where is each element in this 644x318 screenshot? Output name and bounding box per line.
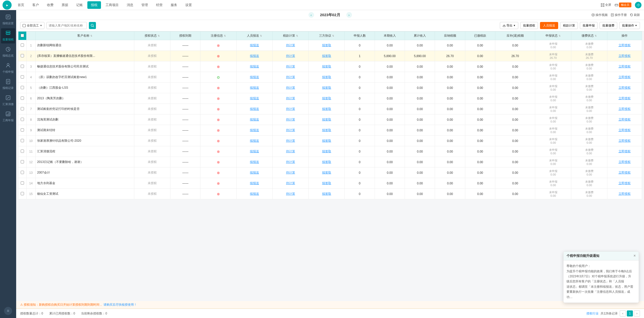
row-tax-calc-cell[interactable]: 待计算 bbox=[272, 125, 308, 136]
sidebar-item-personal-tax[interactable]: 个税申报 bbox=[1, 61, 15, 76]
tax-calc-btn[interactable]: 税款计算 bbox=[560, 22, 578, 29]
th-report-status[interactable]: 申报状态 ⇅ bbox=[535, 32, 571, 40]
th-name[interactable]: 客户名称 ⇅ bbox=[36, 32, 134, 40]
th-fee-status[interactable]: 缴费状态 ⇅ bbox=[571, 32, 607, 40]
row-tax-calc-cell[interactable]: 待计算 bbox=[272, 167, 308, 178]
select-all-checkbox[interactable] bbox=[21, 34, 24, 37]
row-triparty-cell[interactable]: 续签取 bbox=[308, 114, 345, 125]
row-action-cell[interactable]: 立即授权 bbox=[607, 72, 642, 83]
row-person-report-cell[interactable]: 续报送 bbox=[237, 178, 273, 189]
refresh-btn[interactable]: 刷新 bbox=[630, 13, 640, 17]
row-checkbox[interactable] bbox=[21, 86, 24, 89]
staff-filter-select[interactable]: 全部员工 ▼ bbox=[20, 22, 44, 29]
nav-business[interactable]: 工商项目 bbox=[102, 1, 122, 9]
search-button[interactable] bbox=[89, 22, 96, 29]
sidebar-item-tax-overview[interactable]: 报税总览 bbox=[1, 44, 15, 60]
row-triparty-cell[interactable]: 续签取 bbox=[308, 61, 345, 72]
row-checkbox-cell[interactable] bbox=[18, 40, 27, 51]
th-reg-info[interactable]: 注册信息 ⇅ bbox=[200, 32, 237, 40]
row-action-cell[interactable]: 立即授权 bbox=[607, 61, 642, 72]
row-tax-calc-cell[interactable]: 待计算 bbox=[272, 104, 308, 114]
nav-service[interactable]: 服务 bbox=[167, 1, 181, 9]
row-action-cell[interactable]: 立即授权 bbox=[607, 51, 642, 61]
th-tax-calc[interactable]: 税款计算 ⇅ bbox=[272, 32, 308, 40]
nav-accounting[interactable]: 记账 bbox=[73, 1, 86, 9]
notification-close-btn[interactable]: × bbox=[634, 254, 636, 258]
row-action-cell[interactable]: 立即授权 bbox=[607, 146, 642, 157]
row-person-report-cell[interactable]: 续报送 bbox=[237, 104, 273, 114]
row-action-cell[interactable]: 立即授权 bbox=[607, 157, 642, 167]
row-checkbox-cell[interactable] bbox=[18, 72, 27, 83]
row-checkbox[interactable] bbox=[21, 160, 24, 163]
row-tax-calc-cell[interactable]: 待计算 bbox=[272, 93, 308, 104]
row-checkbox-cell[interactable] bbox=[18, 157, 27, 167]
search-input[interactable] bbox=[46, 22, 87, 29]
row-triparty-cell[interactable]: 续签取 bbox=[308, 93, 345, 104]
prev-month-btn[interactable]: ‹ bbox=[308, 12, 314, 18]
row-person-report-cell[interactable]: 续报送 bbox=[237, 61, 273, 72]
th-person-report[interactable]: 人员报送 ⇅ bbox=[237, 32, 273, 40]
batch-pay-btn[interactable]: 批量缴费 bbox=[600, 22, 617, 29]
row-checkbox[interactable] bbox=[21, 192, 24, 195]
row-action-cell[interactable]: 立即授权 bbox=[607, 189, 642, 199]
row-checkbox[interactable] bbox=[21, 96, 24, 100]
page-1-btn[interactable]: 1 bbox=[627, 310, 633, 316]
row-person-report-cell[interactable]: 续报送 bbox=[237, 146, 273, 157]
row-action-cell[interactable]: 立即授权 bbox=[607, 167, 642, 178]
row-checkbox-cell[interactable] bbox=[18, 104, 27, 114]
row-person-report-cell[interactable]: 续报送 bbox=[237, 93, 273, 104]
row-triparty-cell[interactable]: 续签取 bbox=[308, 104, 345, 114]
row-person-report-cell[interactable]: 续报送 bbox=[237, 114, 273, 125]
row-checkbox[interactable] bbox=[21, 139, 24, 142]
row-checkbox-cell[interactable] bbox=[18, 83, 27, 93]
row-action-cell[interactable]: 立即授权 bbox=[607, 125, 642, 136]
row-checkbox[interactable] bbox=[21, 171, 24, 174]
row-person-report-cell[interactable]: 续报送 bbox=[237, 157, 273, 167]
row-action-cell[interactable]: 立即授权 bbox=[607, 136, 642, 146]
row-person-report-cell[interactable]: 续报送 bbox=[237, 167, 273, 178]
row-checkbox-cell[interactable] bbox=[18, 61, 27, 72]
sidebar-item-annual-settlement[interactable]: 汇算清缴 bbox=[1, 93, 15, 108]
prev-page-btn[interactable]: ‹ bbox=[620, 310, 626, 316]
row-checkbox[interactable] bbox=[21, 54, 24, 57]
operation-manual-btn[interactable]: 操作手册 bbox=[611, 13, 627, 17]
operation-video-btn[interactable]: 操作视频 bbox=[591, 13, 608, 17]
row-person-report-cell[interactable]: 续报送 bbox=[237, 83, 273, 93]
row-checkbox[interactable] bbox=[21, 150, 24, 153]
batch-auth-btn[interactable]: 批量授权 bbox=[520, 22, 538, 29]
row-action-cell[interactable]: 立即授权 bbox=[607, 83, 642, 93]
row-checkbox-cell[interactable] bbox=[18, 167, 27, 178]
sidebar-bottom-icon[interactable]: ≡ bbox=[4, 307, 12, 315]
row-triparty-cell[interactable]: 续签取 bbox=[308, 189, 345, 199]
row-tax-calc-cell[interactable]: 待计算 bbox=[272, 146, 308, 157]
next-page-btn[interactable]: › bbox=[634, 310, 640, 316]
export-btn[interactable]: 导出 ▼ bbox=[500, 22, 518, 29]
row-checkbox[interactable] bbox=[21, 107, 24, 110]
row-checkbox[interactable] bbox=[21, 43, 24, 47]
row-checkbox-cell[interactable] bbox=[18, 136, 27, 146]
row-triparty-cell[interactable]: 续签取 bbox=[308, 72, 345, 83]
row-triparty-cell[interactable]: 续签取 bbox=[308, 40, 345, 51]
row-action-cell[interactable]: 立即授权 bbox=[607, 93, 642, 104]
nav-message[interactable]: 消息 bbox=[123, 1, 137, 9]
row-checkbox-cell[interactable] bbox=[18, 114, 27, 125]
row-person-report-cell[interactable]: 续报送 bbox=[237, 72, 273, 83]
row-tax-calc-cell[interactable]: 待计算 bbox=[272, 51, 308, 61]
row-triparty-cell[interactable]: 续签取 bbox=[308, 157, 345, 167]
row-checkbox[interactable] bbox=[21, 75, 24, 79]
row-triparty-cell[interactable]: 续签取 bbox=[308, 125, 345, 136]
row-triparty-cell[interactable]: 续签取 bbox=[308, 146, 345, 157]
hint-link[interactable]: 请购买后尽快核授使用！ bbox=[104, 303, 137, 306]
row-tax-calc-cell[interactable]: 待计算 bbox=[272, 83, 308, 93]
fullscreen-btn[interactable]: 全屏 bbox=[601, 3, 611, 7]
row-tax-calc-cell[interactable]: 待计算 bbox=[272, 136, 308, 146]
row-action-cell[interactable]: 立即授权 bbox=[607, 178, 642, 189]
row-checkbox-cell[interactable] bbox=[18, 178, 27, 189]
nav-invoice[interactable]: 票据 bbox=[58, 1, 72, 9]
row-tax-calc-cell[interactable]: 待计算 bbox=[272, 114, 308, 125]
batch-operation-btn[interactable]: 批量操作 ▼ bbox=[619, 22, 640, 29]
member-btn[interactable]: 畅会员 bbox=[615, 3, 631, 7]
person-report-btn[interactable]: 人员报送 bbox=[540, 22, 558, 29]
nav-customer[interactable]: 客户 bbox=[29, 1, 42, 9]
sidebar-item-tax-record[interactable]: 报税记录 bbox=[1, 77, 15, 92]
